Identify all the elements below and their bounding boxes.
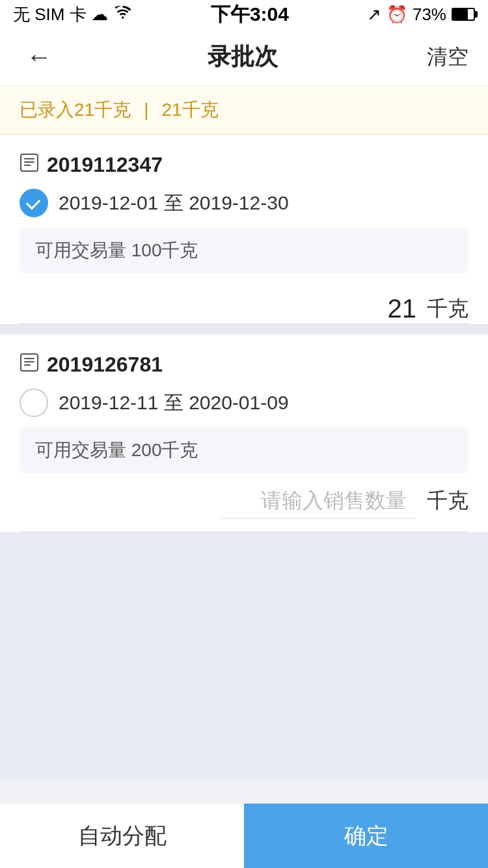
battery-label: 73%: [413, 5, 446, 25]
batch-2-header: 2019126781: [0, 334, 488, 383]
svg-rect-6: [24, 361, 34, 362]
status-right: ↗ ⏰ 73%: [367, 5, 475, 25]
batch-2-radio[interactable]: [20, 388, 48, 417]
wifi-icon: [115, 5, 133, 25]
batch-1-header: 2019112347: [0, 135, 488, 183]
batch-2-unit: 千克: [427, 487, 468, 515]
batch-1-quantity-value: 21: [388, 294, 417, 323]
svg-rect-3: [24, 165, 31, 166]
batch-1-id: 2019112347: [47, 153, 163, 177]
recorded-amount: 已录入21千克: [20, 98, 131, 122]
nav-bar: ← 录批次 清空: [0, 29, 488, 86]
confirm-button[interactable]: 确定: [244, 804, 488, 868]
batch-1-date: 2019-12-01 至 2019-12-30: [59, 190, 289, 217]
total-amount: 21千克: [161, 98, 218, 122]
svg-rect-2: [24, 161, 34, 163]
batch-1-quantity-row: 21 千克: [0, 284, 488, 323]
batch-1-date-row[interactable]: 2019-12-01 至 2019-12-30: [0, 183, 488, 228]
summary-bar: 已录入21千克 | 21千克: [0, 86, 488, 135]
location-icon: ↗: [367, 5, 381, 25]
batch-1-quantity-unit: 千克: [427, 295, 468, 323]
time-display: 下午3:04: [211, 1, 289, 28]
card-separator-1: [0, 324, 488, 334]
batch-1-icon: [20, 153, 39, 177]
svg-rect-1: [24, 158, 34, 159]
batch-1-available: 可用交易量 100千克: [20, 228, 468, 273]
batch-2-available: 可用交易量 200千克: [20, 427, 468, 473]
batch-2-icon: [20, 353, 39, 377]
back-button[interactable]: ←: [20, 36, 59, 78]
bottom-bar: 自动分配 确定: [0, 803, 488, 868]
sim-label: 无 SIM 卡 ☁: [13, 3, 108, 26]
batch-2-date-row[interactable]: 2019-12-11 至 2020-01-09: [0, 383, 488, 427]
battery-icon: [452, 8, 475, 21]
batch-2-id: 2019126781: [47, 353, 163, 377]
alarm-icon: ⏰: [386, 5, 407, 25]
svg-rect-7: [24, 364, 31, 366]
batch-2-date: 2019-12-11 至 2020-01-09: [59, 390, 289, 416]
summary-divider: |: [144, 100, 148, 120]
batch-card-2: 2019126781 2019-12-11 至 2020-01-09 可用交易量…: [0, 334, 488, 532]
batch-2-quantity-input-row[interactable]: 千克: [0, 483, 488, 532]
spacer-area: [0, 532, 488, 780]
batch-card-1: 2019112347 2019-12-01 至 2019-12-30 可用交易量…: [0, 135, 488, 324]
batch-1-radio[interactable]: [20, 189, 48, 217]
status-bar: 无 SIM 卡 ☁ 下午3:04 ↗ ⏰ 73%: [0, 0, 488, 29]
batch-2-quantity-input[interactable]: [221, 483, 416, 519]
auto-distribute-button[interactable]: 自动分配: [0, 804, 244, 868]
svg-rect-5: [24, 358, 34, 359]
page-title: 录批次: [208, 41, 278, 73]
clear-button[interactable]: 清空: [427, 43, 468, 72]
status-left: 无 SIM 卡 ☁: [13, 3, 133, 26]
